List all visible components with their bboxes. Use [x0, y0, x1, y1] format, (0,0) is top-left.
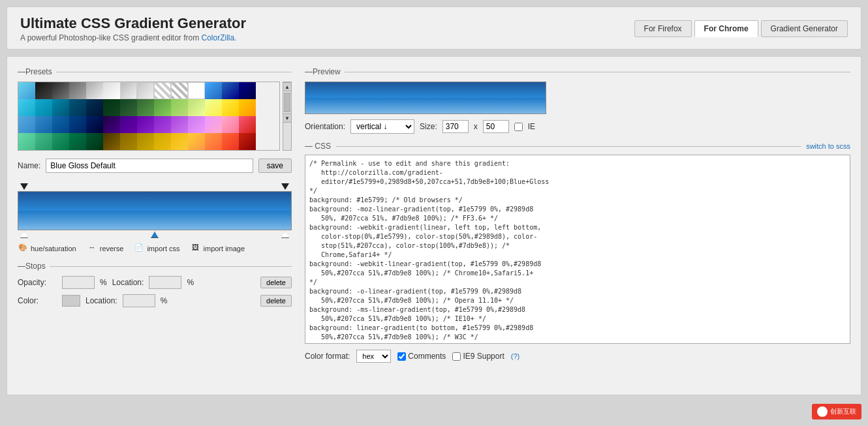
- preset-cell-31[interactable]: [69, 116, 86, 133]
- preset-cell-53[interactable]: [205, 133, 222, 150]
- preset-cell-12[interactable]: [222, 82, 239, 99]
- opacity-input[interactable]: [62, 276, 95, 289]
- nav-for-firefox[interactable]: For Firefox: [634, 20, 692, 37]
- preset-cell-26[interactable]: [222, 99, 239, 116]
- preset-cell-0[interactable]: [18, 82, 35, 99]
- preset-cell-13[interactable]: [239, 82, 256, 99]
- width-input[interactable]: [442, 120, 469, 133]
- scroll-up-arrow[interactable]: ▲: [283, 82, 292, 91]
- height-input[interactable]: [483, 120, 509, 133]
- nav-gradient-generator[interactable]: Gradient Generator: [761, 20, 848, 37]
- save-button[interactable]: save: [258, 159, 292, 173]
- import-image-button[interactable]: 🖼 import image: [191, 243, 245, 254]
- preset-cell-54[interactable]: [222, 133, 239, 150]
- color-swatch[interactable]: [62, 295, 80, 307]
- color-location-percent: %: [161, 296, 168, 305]
- preset-cell-39[interactable]: [205, 116, 222, 133]
- ie-label: IE: [528, 122, 535, 131]
- preset-cell-38[interactable]: [188, 116, 205, 133]
- presets-grid: [18, 82, 280, 151]
- preset-cell-43[interactable]: [35, 133, 52, 150]
- name-input[interactable]: [46, 159, 253, 173]
- preset-cell-47[interactable]: [103, 133, 120, 150]
- color-format-select[interactable]: hex rgb rgba: [356, 350, 391, 363]
- orientation-label: Orientation:: [305, 122, 345, 131]
- preset-cell-4[interactable]: [86, 82, 103, 99]
- preset-cell-18[interactable]: [86, 99, 103, 116]
- ie9-checkbox[interactable]: [452, 352, 461, 361]
- preset-cell-41[interactable]: [239, 116, 256, 133]
- preset-cell-37[interactable]: [171, 116, 188, 133]
- preset-cell-9[interactable]: [171, 82, 188, 99]
- preset-cell-48[interactable]: [120, 133, 137, 150]
- preset-cell-21[interactable]: [137, 99, 154, 116]
- opacity-delete-button[interactable]: delete: [260, 277, 292, 288]
- right-panel: Preview Orientation: vertical ↓ horizont…: [292, 67, 850, 384]
- gradient-bar[interactable]: [18, 191, 292, 230]
- preset-cell-3[interactable]: [69, 82, 86, 99]
- preset-cell-14[interactable]: [18, 99, 35, 116]
- preset-cell-49[interactable]: [137, 133, 154, 150]
- scroll-thumb[interactable]: [284, 93, 290, 112]
- preset-cell-35[interactable]: [137, 116, 154, 133]
- preset-cell-17[interactable]: [69, 99, 86, 116]
- preset-cell-6[interactable]: [120, 82, 137, 99]
- handle-top-left[interactable]: [20, 183, 28, 190]
- preset-cell-8[interactable]: [154, 82, 171, 99]
- preset-cell-44[interactable]: [52, 133, 69, 150]
- color-delete-button[interactable]: delete: [260, 295, 292, 307]
- preset-cell-28[interactable]: [18, 116, 35, 133]
- preset-cell-16[interactable]: [52, 99, 69, 116]
- preset-cell-45[interactable]: [69, 133, 86, 150]
- preset-cell-2[interactable]: [52, 82, 69, 99]
- preset-cell-10[interactable]: [188, 82, 205, 99]
- handle-bottom-right[interactable]: [281, 232, 289, 238]
- preset-cell-34[interactable]: [120, 116, 137, 133]
- css-section-header: CSS switch to scss: [305, 142, 850, 151]
- preset-cell-30[interactable]: [52, 116, 69, 133]
- preset-cell-25[interactable]: [205, 99, 222, 116]
- handle-top-right[interactable]: [281, 183, 289, 190]
- preset-cell-55[interactable]: [239, 133, 256, 150]
- preset-cell-42[interactable]: [18, 133, 35, 150]
- css-output-textarea[interactable]: [305, 155, 850, 344]
- preset-cell-19[interactable]: [103, 99, 120, 116]
- switch-scss-link[interactable]: switch to scss: [806, 142, 850, 150]
- preset-cell-50[interactable]: [154, 133, 171, 150]
- preset-cell-11[interactable]: [205, 82, 222, 99]
- handle-bottom-left[interactable]: [20, 232, 28, 238]
- preset-cell-33[interactable]: [103, 116, 120, 133]
- preset-cell-23[interactable]: [171, 99, 188, 116]
- preset-cell-15[interactable]: [35, 99, 52, 116]
- preset-cell-7[interactable]: [137, 82, 154, 99]
- orientation-select[interactable]: vertical ↓ horizontal → diagonal ↗ diago…: [350, 119, 414, 134]
- preset-cell-24[interactable]: [188, 99, 205, 116]
- preset-cell-51[interactable]: [171, 133, 188, 150]
- preset-cell-1[interactable]: [35, 82, 52, 99]
- ie9-help-link[interactable]: (?): [511, 352, 519, 360]
- name-label: Name:: [18, 161, 40, 170]
- opacity-location-input[interactable]: [149, 276, 181, 289]
- left-panel: Presets ▲ ▼ Name: save: [18, 67, 292, 384]
- preset-cell-29[interactable]: [35, 116, 52, 133]
- preset-cell-36[interactable]: [154, 116, 171, 133]
- reverse-button[interactable]: ↔ reverse: [87, 243, 124, 254]
- preset-cell-5[interactable]: [103, 82, 120, 99]
- nav-for-chrome[interactable]: For Chrome: [694, 20, 758, 37]
- comments-checkbox[interactable]: [397, 352, 406, 361]
- scroll-down-arrow[interactable]: ▼: [283, 114, 292, 123]
- preset-cell-52[interactable]: [188, 133, 205, 150]
- color-location-input[interactable]: [123, 294, 155, 307]
- preset-cell-46[interactable]: [86, 133, 103, 150]
- preset-cell-20[interactable]: [120, 99, 137, 116]
- hue-saturation-button[interactable]: 🎨 hue/saturation: [18, 243, 76, 254]
- preset-cell-32[interactable]: [86, 116, 103, 133]
- ie-checkbox[interactable]: [514, 123, 523, 131]
- import-css-button[interactable]: 📄 import css: [134, 243, 179, 254]
- preset-cell-40[interactable]: [222, 116, 239, 133]
- preset-cell-22[interactable]: [154, 99, 171, 116]
- handle-bottom-center[interactable]: [151, 232, 159, 238]
- preset-cell-27[interactable]: [239, 99, 256, 116]
- colorzilla-link[interactable]: ColorZilla.: [202, 33, 237, 42]
- comments-checkbox-label: Comments: [397, 352, 446, 361]
